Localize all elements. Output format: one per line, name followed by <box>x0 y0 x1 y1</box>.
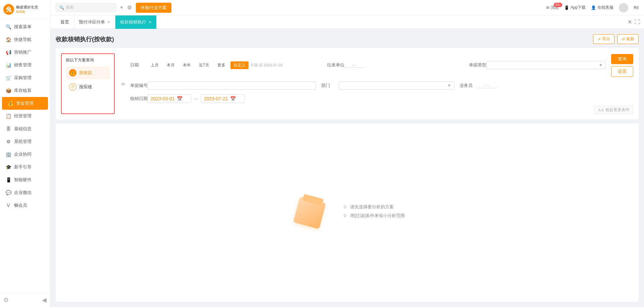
query-button[interactable]: 查询 <box>611 54 633 64</box>
topbar-dropdown[interactable]: ▼ <box>118 5 124 10</box>
collapse-more-conditions-row: ∧∧ 收起更多条件 <box>130 106 633 114</box>
collapse-sidebar-icon[interactable]: ◀ <box>42 296 47 304</box>
empty-tip-1: ① 请先选择要分析的方案 <box>343 204 405 210</box>
chevron-down-icon-dept: ▼ <box>447 83 451 88</box>
filter-section: 按以下方案查询 💰 按收款 ⏱ 按应收 ≫ 日期 <box>56 48 639 119</box>
filter-option-by-collection[interactable]: 💰 按收款 <box>66 66 110 79</box>
verify-end-value: 2023-07-21 <box>204 96 228 101</box>
member-icon: V <box>5 202 11 208</box>
message-icon: ✉ <box>546 5 549 10</box>
sidebar-item-finance[interactable]: 💰 资金管理 <box>2 97 48 110</box>
inventory-icon: 📦 <box>5 88 11 94</box>
app-download-button[interactable]: 📱 App下载 <box>564 5 586 10</box>
page-header: 收款核销执行(按收款) ↗ 导出 ↺ 刷新 <box>56 34 639 44</box>
date-this-year[interactable]: 本年 <box>180 61 194 69</box>
collapse-more-btn[interactable]: ∧∧ 收起更多条件 <box>594 106 633 114</box>
filter-settings-button[interactable]: 设置 <box>611 66 633 77</box>
partner-input-ellipsis[interactable]: ··· <box>344 62 365 68</box>
sidebar-item-basic[interactable]: 🗄 基础信息 <box>0 122 50 135</box>
sidebar-item-inventory[interactable]: 📦 库存核算 <box>0 84 50 97</box>
dept-select[interactable]: ▼ <box>339 82 454 90</box>
calendar-end-icon[interactable]: 📅 <box>230 96 236 101</box>
sidebar-item-shortcut[interactable]: 🏠 快捷导航 <box>0 33 50 46</box>
by-receivable-label: 按应收 <box>79 84 92 90</box>
date-last-7days[interactable]: 近7天 <box>196 61 212 69</box>
home-icon: 🏠 <box>5 37 11 43</box>
sidebar-item-search[interactable]: 🔍 搜索菜单 <box>0 20 50 33</box>
doctype-label: 单据类型 <box>469 62 486 68</box>
verify-end-date-input[interactable]: 2023-07-21 📅 <box>201 94 245 103</box>
main-area: 🔍 搜索 ▼ ⚙ 休验行业方案 ✉ 消息 99+ 📱 App下载 👤 在线客服 <box>50 0 644 307</box>
tab-home[interactable]: 首页 <box>56 15 74 29</box>
sidebar-item-label: 快捷导航 <box>14 37 32 43</box>
sidebar-item-label: 企业微信 <box>14 190 32 196</box>
tab-close-prepay[interactable]: ✕ <box>107 20 110 24</box>
topbar: 🔍 搜索 ▼ ⚙ 休验行业方案 ✉ 消息 99+ 📱 App下载 👤 在线客服 <box>50 0 644 15</box>
refresh-button[interactable]: ↺ 刷新 <box>617 34 639 44</box>
basic-icon: 🗄 <box>5 126 11 132</box>
sidebar-item-label: 销售管理 <box>14 62 32 68</box>
logo-icon: 兔 <box>3 4 14 15</box>
date-last-month[interactable]: 上月 <box>148 61 162 69</box>
search-placeholder: 搜索 <box>66 5 74 10</box>
tab-prepay[interactable]: 预付冲应付单 ✕ <box>74 15 115 29</box>
export-button[interactable]: ↗ 导出 <box>593 34 614 44</box>
doctype-select[interactable]: ▼ <box>486 61 606 69</box>
online-service-button[interactable]: 👤 在线客服 <box>591 5 613 10</box>
sidebar: 兔 畅捷通好生意 标准版 🔍 搜索菜单 🏠 快捷导航 📢 营销推广 📊 销售管理… <box>0 0 50 307</box>
verify-date-range: 2023-03-01 📅 — 2023-07-21 📅 <box>148 94 245 103</box>
sidebar-item-label: 畅会员 <box>14 202 27 208</box>
filter-row-2: 单据编号 部门 ▼ 业务员 ··· <box>130 82 633 90</box>
date-this-month[interactable]: 本月 <box>164 61 178 69</box>
search-bar[interactable]: 🔍 搜索 <box>56 3 116 12</box>
sidebar-item-member[interactable]: V 畅会员 <box>0 199 50 212</box>
sidebar-item-label: 系统管理 <box>14 139 32 145</box>
message-button[interactable]: ✉ 消息 99+ <box>546 5 559 10</box>
sidebar-item-sales[interactable]: 📊 销售管理 <box>0 59 50 71</box>
chevron-down-icon: ▼ <box>599 63 603 67</box>
date-custom-btn[interactable]: 自定义 <box>230 61 249 69</box>
search-icon-topbar: 🔍 <box>59 5 64 10</box>
calendar-start-icon[interactable]: 📅 <box>177 96 182 101</box>
gear-button[interactable]: ⚙ <box>127 4 132 11</box>
close-tab-icon[interactable]: ✕ <box>628 19 632 25</box>
filter-date-field: 日期 上月 本月 本年 近7天 更多 自定义 不限 至 2023-07-26 <box>130 61 322 69</box>
sidebar-item-wechat[interactable]: 💬 企业微信 <box>0 186 50 199</box>
settings-icon[interactable]: ⚙ <box>3 296 9 304</box>
by-collection-label: 按收款 <box>79 70 92 76</box>
header-actions: ↗ 导出 ↺ 刷新 <box>593 34 639 44</box>
tab-collection[interactable]: 收款核销执行 ✕ <box>115 15 157 29</box>
guide-icon: 🎓 <box>5 164 11 170</box>
verify-start-date-input[interactable]: 2023-03-01 📅 <box>148 94 191 103</box>
filter-collapse-toggle[interactable]: ≫ <box>120 53 126 114</box>
sidebar-item-enterprise[interactable]: 🏢 企业协同 <box>0 148 50 161</box>
logo-text-block: 畅捷通好生意 标准版 <box>16 5 38 14</box>
service-label: 在线客服 <box>597 5 613 10</box>
sidebar-item-operation[interactable]: 📋 经营管理 <box>0 110 50 122</box>
expand-tab-icon[interactable]: ⛶ <box>635 19 640 25</box>
tabbar: 首页 预付冲应付单 ✕ 收款核销执行 ✕ ✕ ⛶ <box>50 15 644 29</box>
verifydate-label: 核销日期 <box>130 96 148 102</box>
sidebar-item-purchase[interactable]: 🛒 采购管理 <box>0 71 50 84</box>
sidebar-item-system[interactable]: ⚙ 系统管理 <box>0 135 50 148</box>
industry-solution-button[interactable]: 休验行业方案 <box>136 3 171 13</box>
date-more[interactable]: 更多 <box>214 61 228 69</box>
app-label: App下载 <box>571 5 586 10</box>
sidebar-nav: 🔍 搜索菜单 🏠 快捷导航 📢 营销推广 📊 销售管理 🛒 采购管理 📦 库存核… <box>0 19 50 293</box>
staff-input-ellipsis[interactable]: ··· <box>477 83 497 88</box>
partner-label: 往来单位 <box>327 62 344 68</box>
empty-illustration <box>289 193 330 233</box>
tab-close-collection[interactable]: ✕ <box>148 20 152 24</box>
sidebar-item-marketing[interactable]: 📢 营销推广 <box>0 46 50 59</box>
tab-home-label: 首页 <box>60 19 69 25</box>
staff-label: 业务员 <box>460 83 477 89</box>
empty-text-block: ① 请先选择要分析的方案 ② 用[过滤]条件来缩小分析范围 <box>343 204 405 221</box>
docno-input[interactable] <box>148 82 316 90</box>
logo-area: 兔 畅捷通好生意 标准版 <box>0 0 50 19</box>
filter-option-by-receivable[interactable]: ⏱ 按应收 <box>66 81 110 93</box>
tip-num-1: ① <box>343 205 347 209</box>
sidebar-item-hardware[interactable]: 📱 智能硬件 <box>0 173 50 186</box>
sidebar-item-label: 采购管理 <box>14 75 32 81</box>
sidebar-item-guide[interactable]: 🎓 新手引导 <box>0 161 50 173</box>
refresh-label: 刷新 <box>626 36 634 42</box>
